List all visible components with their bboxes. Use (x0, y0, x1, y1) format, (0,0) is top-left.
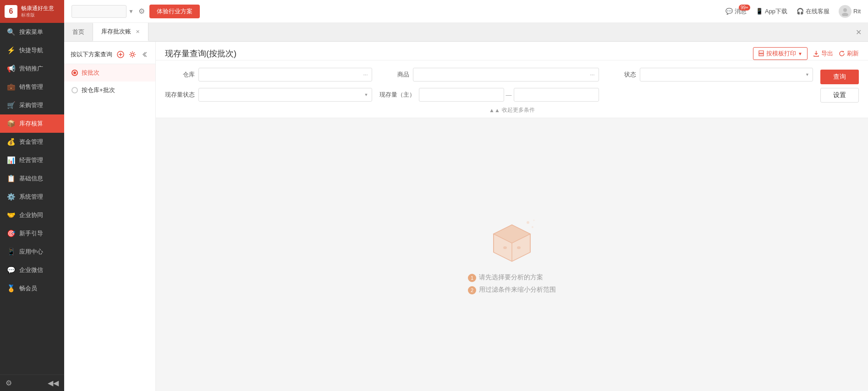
search-menu-icon: 🔍 (6, 27, 16, 37)
wechat-icon: 💬 (6, 266, 16, 275)
warehouse-dots-icon: ··· (363, 71, 368, 78)
page-header: 现存量查询(按批次) 按模板打印 ▼ 导出 刷新 (156, 42, 868, 60)
sidebar-footer: ⚙ ◀◀ (0, 375, 64, 391)
topbar-input-area: ▼ (71, 5, 134, 18)
messages-button[interactable]: 💬 消息 99+ (725, 7, 747, 16)
add-scheme-button[interactable] (116, 50, 125, 59)
quick-nav-icon: ⚡ (6, 46, 16, 55)
messages-badge: 99+ (739, 5, 750, 11)
stock-status-field: 现存量状态 有库存 无库存 全部 (165, 88, 372, 102)
sidebar-item-marketing[interactable]: 📢 营销推广 (0, 60, 64, 78)
collapse-filters-button[interactable]: ▲▲ 收起更多条件 (165, 103, 859, 118)
scheme-by-batch[interactable]: 按批次 (64, 64, 155, 81)
step-2-circle: 2 (468, 286, 476, 294)
sidebar-item-system[interactable]: ⚙️ 系统管理 (0, 188, 64, 206)
settings-icon[interactable]: ⚙ (5, 379, 12, 387)
sidebar: 6 畅康通好生意 标准版 🔍 搜索菜单 ⚡ 快捷导航 📢 营销推广 💼 销售管理… (0, 0, 64, 391)
sidebar-item-quick-nav-label: 快捷导航 (19, 46, 43, 54)
sidebar-item-quick-nav[interactable]: ⚡ 快捷导航 (0, 41, 64, 60)
sidebar-item-system-label: 系统管理 (19, 193, 43, 201)
stock-qty-from[interactable] (419, 88, 504, 102)
newbie-icon: 🎯 (6, 229, 16, 238)
sidebar-item-finance[interactable]: 💰 资金管理 (0, 133, 64, 151)
settings-scheme-button[interactable] (128, 50, 137, 59)
radio-by-batch (71, 70, 78, 76)
svg-rect-6 (759, 51, 764, 53)
avatar (839, 5, 852, 18)
headset-icon: 🎧 (797, 8, 804, 15)
empty-state: 1 请先选择要分析的方案 2 用过滤条件来缩小分析范围 (156, 118, 868, 391)
sidebar-item-purchase[interactable]: 🛒 采购管理 (0, 96, 64, 114)
collapse-left-panel-button[interactable] (140, 50, 149, 59)
query-button[interactable]: 查询 (820, 70, 859, 84)
status-label: 状态 (606, 71, 636, 79)
sidebar-item-enterprise-label: 企业协同 (19, 211, 43, 219)
status-select[interactable]: 启用 停用 (640, 68, 813, 81)
status-field: 状态 启用 停用 (606, 68, 813, 81)
stock-qty-to[interactable] (514, 88, 599, 102)
tabbar: 首页 库存批次账 ✕ ✕ (64, 23, 868, 42)
refresh-button[interactable]: 刷新 (839, 49, 859, 58)
app-title-block: 畅康通好生意 标准版 (21, 5, 54, 19)
sidebar-item-wechat[interactable]: 💬 企业微信 (0, 261, 64, 279)
purchase-icon: 🛒 (6, 101, 16, 110)
empty-hint-1: 1 请先选择要分析的方案 (468, 273, 556, 282)
svg-point-19 (517, 246, 521, 249)
print-chevron-icon[interactable]: ▼ (798, 51, 802, 56)
phone-icon: 📱 (756, 8, 763, 15)
topbar-gear-icon[interactable]: ⚙ (138, 7, 145, 16)
left-panel-title: 按以下方案查询 (71, 50, 112, 59)
left-panel-header: 按以下方案查询 (64, 46, 155, 64)
export-button[interactable]: 导出 (813, 49, 833, 58)
svg-point-1 (842, 13, 848, 16)
topbar-search-input[interactable] (71, 5, 126, 18)
topbar-chevron-icon[interactable]: ▼ (128, 8, 134, 15)
collapse-sidebar-icon[interactable]: ◀◀ (48, 379, 59, 387)
online-service-button[interactable]: 🎧 在线客服 (797, 7, 830, 16)
left-panel-actions (116, 50, 149, 59)
sidebar-item-member-label: 畅会员 (19, 284, 37, 293)
sidebar-item-enterprise[interactable]: 🤝 企业协同 (0, 206, 64, 224)
sidebar-item-appstore[interactable]: 📱 应用中心 (0, 243, 64, 261)
user-name: Rit (853, 8, 861, 15)
app-edition: 标准版 (21, 12, 54, 18)
sales-icon: 💼 (6, 82, 16, 92)
main-area: ▼ ⚙ 体验行业方案 💬 消息 99+ 📱 App下载 🎧 在线客服 R (64, 0, 868, 391)
status-select-wrap: 启用 停用 (640, 68, 813, 81)
sidebar-item-basic[interactable]: 📋 基础信息 (0, 169, 64, 188)
trial-button[interactable]: 体验行业方案 (149, 5, 200, 18)
tab-home[interactable]: 首页 (64, 23, 93, 41)
app-download-button[interactable]: 📱 App下载 (756, 7, 787, 16)
sidebar-item-newbie-label: 新手引导 (19, 229, 43, 238)
sidebar-item-operations[interactable]: 📊 经营管理 (0, 151, 64, 169)
page-title: 现存量查询(按批次) (165, 48, 236, 59)
scheme-by-warehouse-batch[interactable]: 按仓库+批次 (64, 81, 155, 99)
settings-button[interactable]: 设置 (820, 88, 859, 103)
sidebar-item-inventory[interactable]: 📦 库存核算 (0, 114, 64, 133)
sidebar-item-search[interactable]: 🔍 搜索菜单 (0, 23, 64, 41)
user-profile[interactable]: Rit (839, 5, 861, 18)
sidebar-item-newbie[interactable]: 🎯 新手引导 (0, 224, 64, 243)
app-company: 畅康通好生意 (21, 5, 54, 12)
empty-hint-list: 1 请先选择要分析的方案 2 用过滤条件来缩小分析范围 (468, 273, 556, 298)
range-separator: — (506, 92, 512, 98)
product-label: 商品 (379, 71, 409, 79)
svg-point-0 (843, 8, 847, 12)
left-panel: 按以下方案查询 按批次 (64, 42, 156, 391)
svg-point-5 (131, 53, 134, 56)
product-input[interactable]: ··· (413, 68, 599, 81)
tab-inventory-batch[interactable]: 库存批次账 ✕ (93, 23, 148, 41)
sidebar-item-member[interactable]: 🏅 畅会员 (0, 279, 64, 298)
sidebar-item-sales[interactable]: 💼 销售管理 (0, 78, 64, 96)
stock-status-select[interactable]: 有库存 无库存 全部 (198, 88, 372, 102)
filter-grid: 仓库 ··· 现存量状态 有库存 无库存 (165, 68, 859, 103)
enterprise-icon: 🤝 (6, 211, 16, 220)
system-icon: ⚙️ (6, 192, 16, 201)
print-button[interactable]: 按模板打印 ▼ (753, 47, 808, 60)
warehouse-input[interactable]: ··· (198, 68, 372, 81)
tab-close-icon[interactable]: ✕ (136, 29, 140, 35)
product-field: 商品 ··· (379, 68, 599, 81)
close-tab-panel-button[interactable]: ✕ (849, 24, 868, 40)
svg-rect-8 (759, 54, 763, 55)
sidebar-item-finance-label: 资金管理 (19, 138, 43, 146)
